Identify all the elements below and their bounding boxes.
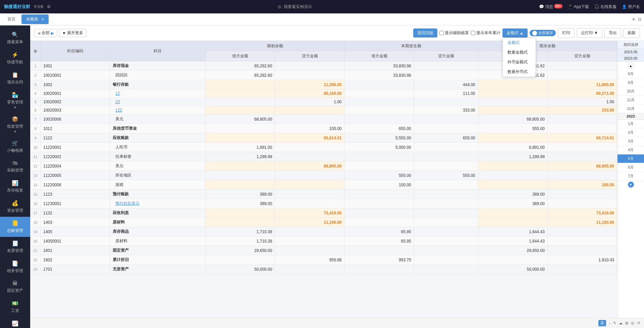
- amount-style-dropdown[interactable]: 金额式 ▲ 金额式 数量金额式 外币金额式 数量外币式: [502, 28, 528, 38]
- expand-all-toggle[interactable]: 全部展开: [530, 30, 556, 36]
- row-ob-debit: [206, 161, 275, 171]
- amount-style-option-3[interactable]: 外币金额式: [503, 57, 536, 67]
- amount-style-option-2[interactable]: 数量金额式: [503, 48, 536, 57]
- bottom-btn-3[interactable]: ✎: [613, 321, 616, 325]
- period-8[interactable]: 8月: [618, 70, 644, 78]
- bottom-btn-6[interactable]: ◎: [631, 321, 634, 325]
- row-ob-debit: 65,282.60: [206, 71, 275, 80]
- row-cd-credit: [414, 143, 478, 152]
- row-code: 1602: [41, 255, 110, 265]
- period-3[interactable]: 3月: [618, 137, 644, 146]
- row-cd-debit: [344, 115, 414, 124]
- year-total-check[interactable]: [471, 31, 475, 35]
- row-code: 1122: [41, 133, 110, 143]
- sidebar-item-purchase[interactable]: 🛍 采购管理: [0, 157, 30, 177]
- period-nav-down[interactable]: ▼: [618, 181, 644, 189]
- th-settings[interactable]: ⚙: [31, 41, 41, 61]
- sidebar-item-search[interactable]: 🔍 搜索菜单: [0, 28, 30, 48]
- return-old-btn[interactable]: 退回旧版: [413, 28, 437, 38]
- period-4[interactable]: 4月: [618, 146, 644, 154]
- bottom-btn-1[interactable]: 英: [598, 320, 606, 326]
- refresh-btn[interactable]: 刷新: [623, 28, 640, 38]
- tab-home[interactable]: 首页: [3, 14, 20, 24]
- period-5[interactable]: 5月: [618, 154, 644, 163]
- row-subject: 美元: [110, 161, 206, 171]
- print-btn[interactable]: 打印: [558, 28, 575, 38]
- search-prev-icon[interactable]: ◀: [37, 31, 40, 36]
- sidebar-item-project[interactable]: 📋 项目合同: [0, 68, 30, 88]
- demo-label[interactable]: 我要看实例演示: [284, 4, 312, 10]
- table-wrapper: ⚙ 科目编码 科目 期初余额 本期发生额 期末余额 借方金额 贷方金额 借方金额…: [30, 41, 617, 318]
- row-cd-credit: [414, 265, 478, 274]
- amount-style-btn[interactable]: 金额式 ▲: [502, 28, 528, 38]
- message-btn[interactable]: 💬 消息 99+: [539, 4, 562, 10]
- inventory-icon: 📊: [12, 180, 18, 186]
- amount-style-option-1[interactable]: 金额式: [503, 38, 536, 48]
- bottom-btn-7[interactable]: ↺: [637, 321, 640, 325]
- app-download-btn[interactable]: 📱 App下载: [568, 4, 589, 10]
- tab-maximize-icon[interactable]: ⊡: [638, 17, 641, 22]
- sidebar-item-ecommerce[interactable]: 🛒 小畅电商: [0, 137, 30, 157]
- period-down-btn[interactable]: ▼: [628, 182, 634, 188]
- period-1[interactable]: 1月: [618, 120, 644, 128]
- bottom-btn-2[interactable]: ↑: [609, 321, 611, 325]
- online-service-btn[interactable]: 🎧 在线客服: [594, 4, 616, 10]
- sidebar-item-operations[interactable]: 📈 经营管理: [0, 317, 30, 328]
- row-ob-debit: 50,000.00: [206, 265, 275, 274]
- period-11[interactable]: 11月: [618, 96, 644, 105]
- expand-more-btn[interactable]: ▼ 展开更多: [59, 29, 86, 37]
- salary-icon: 💵: [12, 300, 18, 307]
- tab-balance[interactable]: 余额表 ✕: [21, 14, 49, 24]
- auxiliary-check[interactable]: [439, 31, 444, 35]
- tab-close-icon[interactable]: ✕: [41, 17, 44, 21]
- sidebar-item-capital[interactable]: 💰 资金管理: [0, 197, 30, 217]
- bottom-btn-5[interactable]: ⊞: [625, 321, 628, 325]
- sidebar-item-inventory[interactable]: 📊 库存核算: [0, 177, 30, 197]
- sidebar-item-salary[interactable]: 💵 工资: [0, 297, 30, 317]
- period-6[interactable]: 6月: [618, 163, 644, 172]
- show-year-total-checkbox[interactable]: 显示本年累计: [471, 30, 500, 36]
- row-cb-credit: [547, 265, 617, 274]
- row-subject[interactable]: 预付款款美元: [110, 199, 206, 208]
- search-next-icon[interactable]: ▶: [51, 31, 54, 36]
- row-ob-credit: [275, 115, 344, 124]
- row-ob-credit: 80,160.00: [275, 89, 344, 98]
- user-avatar[interactable]: 👤 用户名: [622, 4, 640, 10]
- row-subject[interactable]: 23: [110, 98, 206, 106]
- settings-icon[interactable]: ⚙: [47, 4, 51, 9]
- bottom-btn-4[interactable]: ☁: [619, 321, 623, 325]
- row-cd-debit: 555.00: [344, 171, 414, 180]
- row-subject[interactable]: 12: [110, 89, 206, 98]
- sidebar-item-wholesale[interactable]: 📦 批发管理 ▼: [0, 113, 30, 137]
- period-10[interactable]: 10月: [618, 87, 644, 96]
- table-row: 19 1405 库存商品 1,710.38 65.95 1,644.43: [31, 227, 617, 237]
- period-2[interactable]: 2月: [618, 128, 644, 137]
- row-ob-credit: [275, 265, 344, 274]
- row-subject[interactable]: 122: [110, 106, 206, 115]
- sidebar-item-fixed-assets[interactable]: 🏛 固定资产: [0, 277, 30, 297]
- row-cb-credit: [547, 152, 617, 161]
- tab-minimize-icon[interactable]: ✕: [632, 17, 635, 22]
- export-btn[interactable]: 导出: [604, 28, 621, 38]
- sidebar-item-quick-nav[interactable]: ⚡ 快捷导航: [0, 48, 30, 68]
- sidebar-item-ledger[interactable]: 📒 总账管理: [0, 217, 30, 237]
- row-num: 2: [31, 71, 41, 80]
- period-12[interactable]: 12月: [618, 105, 644, 113]
- app-download-label: App下载: [574, 4, 589, 10]
- sidebar-item-tax[interactable]: 📑 税务管理: [0, 257, 30, 277]
- sidebar-item-retail[interactable]: 🏪 零售管理 ▼: [0, 88, 30, 113]
- row-cb-debit: [478, 255, 547, 265]
- period-up-btn[interactable]: ▲: [628, 63, 634, 69]
- row-cd-credit: 111.00: [414, 89, 478, 98]
- period-9[interactable]: 9月: [618, 78, 644, 87]
- sidebar-item-invoice[interactable]: 🧾 发票管理: [0, 237, 30, 257]
- wholesale-arrow: ▼: [14, 130, 17, 133]
- cloud-print-btn[interactable]: 云打印 ▼: [577, 28, 602, 38]
- show-auxiliary-checkbox[interactable]: 显示辅助核算: [439, 30, 469, 36]
- amount-style-option-4[interactable]: 数量外币式: [503, 67, 536, 77]
- avatar-icon: 👤: [622, 4, 627, 9]
- period-7[interactable]: 7月: [618, 172, 644, 181]
- period-nav-up[interactable]: ▲: [618, 62, 644, 70]
- row-cd-credit: [414, 61, 478, 71]
- invoice-icon: 🧾: [12, 240, 18, 247]
